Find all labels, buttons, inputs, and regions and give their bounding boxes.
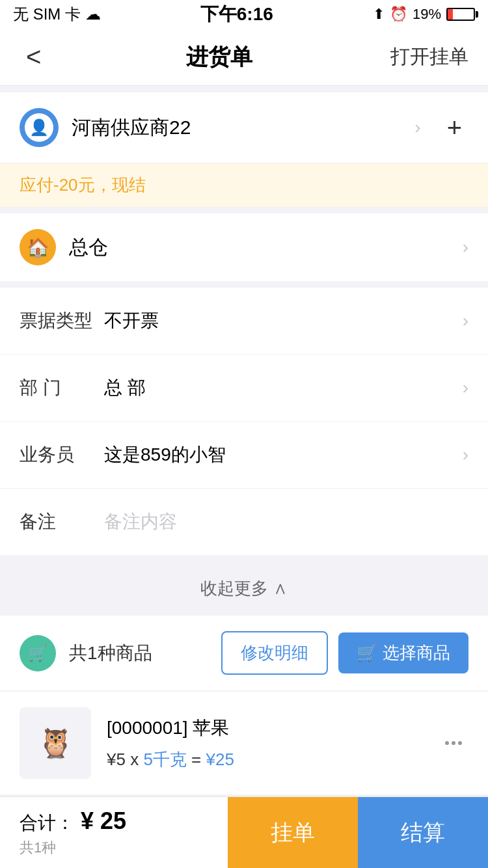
settle-button[interactable]: 结算 xyxy=(358,797,488,868)
remark-label: 备注 xyxy=(20,509,104,534)
add-button[interactable]: + xyxy=(441,113,468,142)
invoice-chevron-icon: › xyxy=(463,310,468,331)
price-text: ¥5 x xyxy=(107,750,143,769)
invoice-value: 不开票 xyxy=(104,308,463,333)
salesman-label: 业务员 xyxy=(20,442,104,467)
supplier-info-text: 应付-20元，现结 xyxy=(20,175,146,195)
salesman-chevron-icon: › xyxy=(463,444,468,465)
supplier-name: 河南供应商22 xyxy=(72,115,414,141)
status-right: ⬆ ⏰ 19% xyxy=(373,6,475,23)
dot1 xyxy=(445,741,449,745)
dot2 xyxy=(452,741,455,745)
more-button[interactable] xyxy=(439,735,468,752)
remark-input[interactable]: 备注内容 xyxy=(104,509,468,534)
form-row-invoice[interactable]: 票据类型 不开票 › xyxy=(0,288,488,355)
footer-total: 合计： ¥ 25 共1种 xyxy=(0,797,228,868)
warehouse-icon: 🏠 xyxy=(20,229,56,265)
invoice-label: 票据类型 xyxy=(20,308,104,333)
supplier-card: 👤 河南供应商22 › + 应付-20元，现结 xyxy=(0,92,488,207)
products-icon: 🛒 xyxy=(20,635,56,671)
warehouse-chevron-icon: › xyxy=(463,237,468,258)
form-card: 票据类型 不开票 › 部 门 总 部 › 业务员 这是859的小智 › 备注 备… xyxy=(0,288,488,555)
total-row: 合计： ¥ 25 xyxy=(20,807,208,835)
total-text: ¥25 xyxy=(206,750,234,769)
qty-text: 5千克 xyxy=(143,750,186,769)
product-price: ¥5 x 5千克 = ¥25 xyxy=(107,748,439,771)
product-name: [0000001] 苹果 xyxy=(107,716,439,740)
warehouse-row[interactable]: 🏠 总仓 › xyxy=(0,213,488,281)
sim-label: 无 SIM 卡 ☁ xyxy=(13,4,101,25)
dept-chevron-icon: › xyxy=(463,377,468,398)
supplier-avatar: 👤 xyxy=(20,108,59,147)
form-row-remark[interactable]: 备注 备注内容 xyxy=(0,489,488,555)
dept-label: 部 门 xyxy=(20,375,104,400)
collapse-button[interactable]: 收起更多 ∧ xyxy=(0,562,488,616)
warehouse-name: 总仓 xyxy=(69,234,463,261)
edit-detail-button[interactable]: 修改明细 xyxy=(221,631,328,675)
product-thumbnail: 🦉 xyxy=(20,707,91,779)
footer-sub: 共1种 xyxy=(20,838,208,858)
collapse-label: 收起更多 ∧ xyxy=(200,577,287,600)
equals-text: = xyxy=(187,750,206,769)
total-amount: ¥ 25 xyxy=(81,807,126,835)
supplier-row[interactable]: 👤 河南供应商22 › + xyxy=(0,92,488,163)
status-left: 无 SIM 卡 ☁ xyxy=(13,4,101,25)
battery-label: 19% xyxy=(413,6,441,23)
form-row-salesman[interactable]: 业务员 这是859的小智 › xyxy=(0,422,488,489)
battery-icon xyxy=(446,8,475,21)
hang-button[interactable]: 挂单 xyxy=(228,797,358,868)
supplier-chevron-icon: › xyxy=(414,117,420,138)
open-hang-button[interactable]: 打开挂单 xyxy=(390,44,468,70)
status-bar: 无 SIM 卡 ☁ 下午6:16 ⬆ ⏰ 19% xyxy=(0,0,488,29)
salesman-value: 这是859的小智 xyxy=(104,442,463,467)
cart-icon: 🛒 xyxy=(357,643,377,663)
dot3 xyxy=(458,741,462,745)
select-product-button[interactable]: 🛒 选择商品 xyxy=(338,632,468,673)
select-btn-label: 选择商品 xyxy=(383,642,450,664)
alarm-icon: ⏰ xyxy=(390,6,407,23)
location-icon: ⬆ xyxy=(373,6,385,23)
products-header: 🛒 共1种商品 修改明细 🛒 选择商品 xyxy=(0,616,488,690)
avatar-icon: 👤 xyxy=(25,113,53,142)
warehouse-card[interactable]: 🏠 总仓 › xyxy=(0,213,488,281)
product-info: [0000001] 苹果 ¥5 x 5千克 = ¥25 xyxy=(107,716,439,771)
products-count: 共1种商品 xyxy=(69,641,221,666)
content: 👤 河南供应商22 › + 应付-20元，现结 🏠 总仓 › 票据类型 不开票 … xyxy=(0,86,488,794)
product-item: 🦉 [0000001] 苹果 ¥5 x 5千克 = ¥25 xyxy=(0,692,488,794)
owl-icon: 🦉 xyxy=(38,726,74,760)
footer: 合计： ¥ 25 共1种 挂单 结算 xyxy=(0,796,488,868)
total-label: 合计： xyxy=(20,811,74,835)
back-button[interactable]: < xyxy=(20,36,47,78)
form-row-dept[interactable]: 部 门 总 部 › xyxy=(0,355,488,422)
nav-bar: < 进货单 打开挂单 xyxy=(0,29,488,86)
dept-value: 总 部 xyxy=(104,375,463,400)
page-title: 进货单 xyxy=(186,42,252,72)
supplier-info-bar: 应付-20元，现结 xyxy=(0,163,488,207)
status-time: 下午6:16 xyxy=(200,2,273,27)
